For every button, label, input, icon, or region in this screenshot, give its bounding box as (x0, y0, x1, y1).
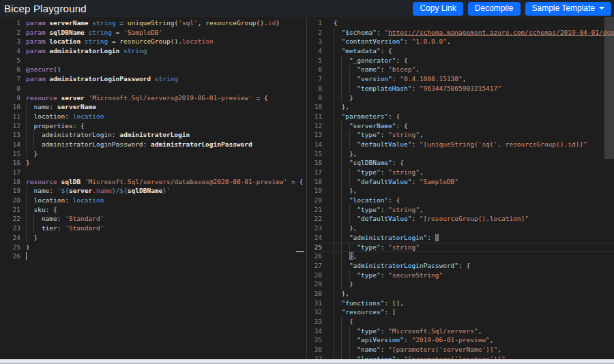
code-line[interactable]: 7 "version": "0.4.1008.15138", (307, 74, 614, 84)
line-number[interactable]: 19 (0, 186, 20, 196)
line-number[interactable]: 7 (0, 74, 20, 84)
line-number[interactable]: 36 (307, 345, 322, 354)
code-line[interactable]: 23 }, (307, 224, 614, 233)
code-line[interactable]: 10 }, (307, 102, 614, 112)
bicep-code-editor[interactable]: 1param serverName string = uniqueString(… (0, 17, 306, 359)
line-number[interactable]: 16 (307, 158, 322, 168)
code-line[interactable]: 24 "administratorLogin": { (307, 233, 614, 243)
line-number[interactable]: 1 (0, 18, 20, 28)
code-line[interactable]: 8 (0, 84, 306, 93)
line-number[interactable]: 23 (307, 224, 322, 233)
code-line[interactable]: 29 } (307, 279, 614, 289)
line-number[interactable]: 25 (307, 243, 322, 252)
code-line[interactable]: 34 "type": "Microsoft.Sql/servers", (307, 327, 614, 336)
code-line[interactable]: 21 sku: { (0, 205, 306, 215)
line-number[interactable]: 9 (307, 93, 322, 103)
vertical-scrollbar-thumb[interactable] (604, 17, 614, 159)
code-line[interactable]: 1param serverName string = uniqueString(… (0, 18, 306, 28)
line-number[interactable]: 29 (307, 279, 322, 289)
line-number[interactable]: 14 (307, 140, 322, 149)
code-line[interactable]: 19 name: '${server.name}/${sqlDBName}' (0, 186, 306, 196)
line-number[interactable]: 15 (0, 149, 20, 159)
line-number[interactable]: 3 (0, 37, 20, 46)
code-line[interactable]: 5 (0, 56, 306, 65)
line-number[interactable]: 2 (307, 28, 322, 37)
code-line[interactable]: 33 { (307, 317, 614, 327)
code-line[interactable]: 11 "parameters": { (307, 112, 614, 121)
code-line[interactable]: 36 "name": "[parameters('serverName')]", (307, 345, 614, 354)
line-number[interactable]: 27 (307, 261, 322, 271)
line-number[interactable]: 20 (307, 196, 322, 205)
line-number[interactable]: 31 (307, 299, 322, 308)
code-line[interactable]: 28 "type": "secureString" (307, 271, 614, 280)
line-number[interactable]: 5 (307, 56, 322, 65)
code-line[interactable]: 14 "defaultValue": "[uniqueString('sql',… (307, 140, 614, 149)
line-number[interactable]: 16 (0, 158, 20, 168)
line-number[interactable]: 23 (0, 224, 20, 233)
code-line[interactable]: 25 "type": "string" (307, 243, 614, 252)
line-number[interactable]: 11 (0, 112, 20, 121)
code-line[interactable]: 17 "type": "string", (307, 168, 614, 177)
code-line[interactable]: 30 }, (307, 289, 614, 299)
code-line[interactable]: 6@secure() (0, 65, 306, 74)
line-number[interactable]: 7 (307, 74, 322, 84)
line-number[interactable]: 37 (307, 354, 322, 359)
sample-template-button[interactable]: Sample Template (525, 2, 612, 16)
code-line[interactable]: 6 "name": "bicep", (307, 65, 614, 74)
code-line[interactable]: 31 "functions": [], (307, 299, 614, 308)
code-line[interactable]: 20 location: location (0, 196, 306, 205)
line-number[interactable]: 17 (307, 168, 322, 177)
line-number[interactable]: 26 (307, 252, 322, 261)
line-number[interactable]: 3 (307, 37, 322, 46)
line-number[interactable]: 24 (0, 233, 20, 243)
code-line[interactable]: 23 tier: 'Standard' (0, 224, 306, 233)
code-line[interactable]: 7param administratorLoginPassword string (0, 74, 306, 84)
code-line[interactable]: 22 name: 'Standard' (0, 214, 306, 224)
line-number[interactable]: 6 (307, 65, 322, 74)
code-line[interactable]: 11 location: location (0, 112, 306, 121)
line-number[interactable]: 10 (0, 102, 20, 112)
line-number[interactable]: 4 (0, 46, 20, 56)
code-line[interactable]: 9 } (307, 93, 614, 103)
code-line[interactable]: 18resource sqlDB 'Microsoft.Sql/servers/… (0, 177, 306, 187)
line-number[interactable]: 21 (0, 205, 20, 215)
code-line[interactable]: 20 "location": { (307, 196, 614, 205)
code-line[interactable]: 9resource server 'Microsoft.Sql/servers@… (0, 93, 306, 103)
line-number[interactable]: 8 (0, 84, 20, 93)
code-line[interactable]: 17 (0, 168, 306, 177)
json-output-editor[interactable]: 1{2 "$schema": "https://schema.managemen… (307, 17, 614, 359)
line-number[interactable]: 10 (307, 102, 322, 112)
line-number[interactable]: 19 (307, 186, 322, 196)
line-number[interactable]: 22 (0, 214, 20, 224)
code-line[interactable]: 5 "_generator": { (307, 56, 614, 65)
line-number[interactable]: 21 (307, 205, 322, 215)
copy-link-button[interactable]: Copy Link (413, 2, 463, 16)
line-number[interactable]: 2 (0, 28, 20, 37)
code-line[interactable]: 32 "resources": [ (307, 307, 614, 317)
code-line[interactable]: 19 }, (307, 186, 614, 196)
line-number[interactable]: 13 (0, 130, 20, 140)
line-number[interactable]: 34 (307, 327, 322, 336)
code-line[interactable]: 27 "administratorLoginPassword": { (307, 261, 614, 271)
code-line[interactable]: 37 "location": "[parameters('location')]… (307, 354, 614, 359)
code-line[interactable]: 4 "metadata": { (307, 46, 614, 56)
code-line[interactable]: 22 "defaultValue": "[resourceGroup().loc… (307, 214, 614, 224)
line-number[interactable]: 6 (0, 65, 20, 74)
line-number[interactable]: 12 (0, 121, 20, 131)
line-number[interactable]: 18 (0, 177, 20, 187)
code-line[interactable]: 25} (0, 243, 306, 252)
line-number[interactable]: 4 (307, 46, 322, 56)
code-line[interactable]: 10 name: serverName (0, 102, 306, 112)
code-line[interactable]: 14 administratorLoginPassword: administr… (0, 140, 306, 149)
code-line[interactable]: 4param administratorLogin string (0, 46, 306, 56)
line-number[interactable]: 30 (307, 289, 322, 299)
line-number[interactable]: 11 (307, 112, 322, 121)
code-line[interactable]: 16 "sqlDBName": { (307, 158, 614, 168)
line-number[interactable]: 5 (0, 56, 20, 65)
line-number[interactable]: 35 (307, 335, 322, 345)
code-line[interactable]: 24 } (0, 233, 306, 243)
line-number[interactable]: 14 (0, 140, 20, 149)
line-number[interactable]: 13 (307, 130, 322, 140)
code-line[interactable]: 21 "type": "string", (307, 205, 614, 215)
line-number[interactable]: 9 (0, 93, 20, 103)
